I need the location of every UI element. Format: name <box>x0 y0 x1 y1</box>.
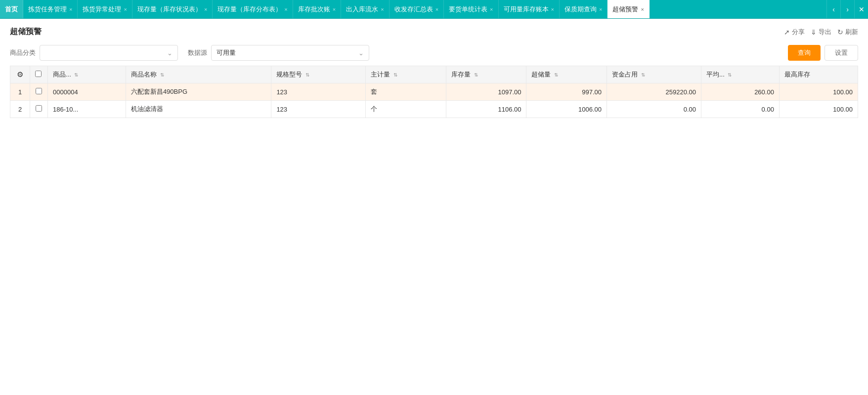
product-category-filter: 商品分类 ⌄ <box>10 45 178 61</box>
nav-tab[interactable]: 可用量库存账本× <box>499 0 560 19</box>
product-category-label: 商品分类 <box>10 48 36 57</box>
share-icon: ➚ <box>784 28 790 36</box>
sort-icon-capital: ⇅ <box>641 72 645 78</box>
page-title: 超储预警 <box>10 27 42 37</box>
setting-button[interactable]: 设置 <box>825 45 858 61</box>
close-icon[interactable]: × <box>551 6 554 12</box>
refresh-button[interactable]: ↻ 刷新 <box>837 28 858 37</box>
td-stock: 1097.00 <box>446 83 526 101</box>
nav-close-button[interactable]: ✕ <box>854 0 868 19</box>
nav-prev-button[interactable]: ‹ <box>826 0 840 19</box>
nav-tab[interactable]: 收发存汇总表× <box>390 0 444 19</box>
select-all-checkbox[interactable] <box>35 71 42 77</box>
nav-tab[interactable]: 现存量（库存状况表）× <box>132 0 213 19</box>
close-icon[interactable]: × <box>69 6 72 12</box>
product-category-arrow-icon: ⌄ <box>167 49 173 57</box>
row-checkbox[interactable] <box>36 88 42 94</box>
sort-icon-unit: ⇅ <box>393 72 397 78</box>
sort-icon-product-name: ⇅ <box>160 72 164 78</box>
nav-tab[interactable]: 库存批次账× <box>293 0 341 19</box>
td-capital: 259220.00 <box>607 83 701 101</box>
td-index: 2 <box>10 101 30 118</box>
nav-tab[interactable]: 要货单统计表× <box>444 0 498 19</box>
nav-bar: 首页 拣货任务管理×拣货异常处理×现存量（库存状况表）×现存量（库存分布表）×库… <box>0 0 868 19</box>
th-select-all[interactable] <box>30 66 48 83</box>
td-checkbox[interactable] <box>30 83 48 101</box>
sort-icon-stock: ⇅ <box>474 72 478 78</box>
nav-home[interactable]: 首页 <box>0 0 23 19</box>
data-source-select[interactable]: 可用量 ⌄ <box>211 45 369 61</box>
th-product-name[interactable]: 商品名称 ⇅ <box>126 66 271 83</box>
th-spec[interactable]: 规格型号 ⇅ <box>271 66 366 83</box>
page-header: 超储预警 ➚ 分享 ⇓ 导出 ↻ 刷新 <box>10 27 858 37</box>
close-icon[interactable]: × <box>435 6 438 12</box>
data-source-value: 可用量 <box>217 48 236 57</box>
nav-arrows: ‹ › ✕ <box>826 0 868 19</box>
query-button[interactable]: 查询 <box>788 45 821 61</box>
th-stock[interactable]: 库存量 ⇅ <box>446 66 526 83</box>
sort-icon-avg: ⇅ <box>728 72 732 78</box>
th-max-stock[interactable]: 最高库存 <box>779 66 858 83</box>
close-icon[interactable]: × <box>124 6 127 12</box>
row-checkbox[interactable] <box>36 105 42 112</box>
nav-tab[interactable]: 出入库流水× <box>341 0 389 19</box>
td-checkbox[interactable] <box>30 101 48 118</box>
td-avg: 0.00 <box>701 101 780 118</box>
th-unit[interactable]: 主计量 ⇅ <box>366 66 446 83</box>
th-avg[interactable]: 平均... ⇅ <box>701 66 780 83</box>
gear-icon: ⚙ <box>17 70 23 79</box>
close-icon[interactable]: × <box>204 6 207 12</box>
page-content: 超储预警 ➚ 分享 ⇓ 导出 ↻ 刷新 商品分类 ⌄ 数据源 <box>0 19 868 395</box>
sort-icon-overstock: ⇅ <box>554 72 558 78</box>
td-avg: 260.00 <box>701 83 780 101</box>
td-capital: 0.00 <box>607 101 701 118</box>
refresh-icon: ↻ <box>837 28 843 36</box>
th-gear[interactable]: ⚙ <box>10 66 30 83</box>
sort-icon-spec: ⇅ <box>305 72 309 78</box>
td-stock: 1106.00 <box>446 101 526 118</box>
data-source-filter: 数据源 可用量 ⌄ <box>188 45 369 61</box>
nav-tab[interactable]: 现存量（库存分布表）× <box>213 0 293 19</box>
td-max-stock: 100.00 <box>779 83 858 101</box>
td-spec: 123 <box>271 83 366 101</box>
td-max-stock: 100.00 <box>779 101 858 118</box>
export-icon: ⇓ <box>811 28 817 36</box>
export-button[interactable]: ⇓ 导出 <box>811 28 831 37</box>
close-icon[interactable]: × <box>490 6 493 12</box>
td-product-code: 0000004 <box>48 83 126 101</box>
close-icon[interactable]: × <box>641 6 644 12</box>
data-table: ⚙ 商品... ⇅ 商品名称 ⇅ 规格型号 ⇅ <box>10 66 858 118</box>
filter-row: 商品分类 ⌄ 数据源 可用量 ⌄ 查询 设置 <box>10 45 858 61</box>
data-source-label: 数据源 <box>188 48 207 57</box>
td-unit: 个 <box>366 101 446 118</box>
close-icon[interactable]: × <box>381 6 384 12</box>
td-product-code: 186-10... <box>48 101 126 118</box>
td-spec: 123 <box>271 101 366 118</box>
nav-tab[interactable]: 拣货任务管理× <box>23 0 78 19</box>
nav-tab[interactable]: 拣货异常处理× <box>78 0 132 19</box>
td-overstock: 1006.00 <box>526 101 607 118</box>
td-product-name: 机油滤清器 <box>126 101 271 118</box>
nav-next-button[interactable]: › <box>840 0 854 19</box>
share-button[interactable]: ➚ 分享 <box>784 28 805 37</box>
td-product-name: 六配套新昌490BPG <box>126 83 271 101</box>
nav-tab[interactable]: 超储预警× <box>608 0 649 19</box>
th-overstock[interactable]: 超储量 ⇅ <box>526 66 607 83</box>
td-unit: 套 <box>366 83 446 101</box>
table-row: 1 0000004 六配套新昌490BPG 123 套 1097.00 997.… <box>10 83 858 101</box>
table-row: 2 186-10... 机油滤清器 123 个 1106.00 1006.00 … <box>10 101 858 118</box>
th-capital[interactable]: 资金占用 ⇅ <box>607 66 701 83</box>
nav-tab[interactable]: 保质期查询× <box>560 0 608 19</box>
product-category-select[interactable]: ⌄ <box>40 45 178 61</box>
sort-icon-product-code: ⇅ <box>74 72 78 78</box>
th-product-code[interactable]: 商品... ⇅ <box>48 66 126 83</box>
close-icon[interactable]: × <box>284 6 287 12</box>
close-icon[interactable]: × <box>333 6 336 12</box>
header-actions: ➚ 分享 ⇓ 导出 ↻ 刷新 <box>784 28 858 37</box>
td-index: 1 <box>10 83 30 101</box>
td-overstock: 997.00 <box>526 83 607 101</box>
close-icon[interactable]: × <box>599 6 602 12</box>
data-source-arrow-icon: ⌄ <box>358 49 364 57</box>
